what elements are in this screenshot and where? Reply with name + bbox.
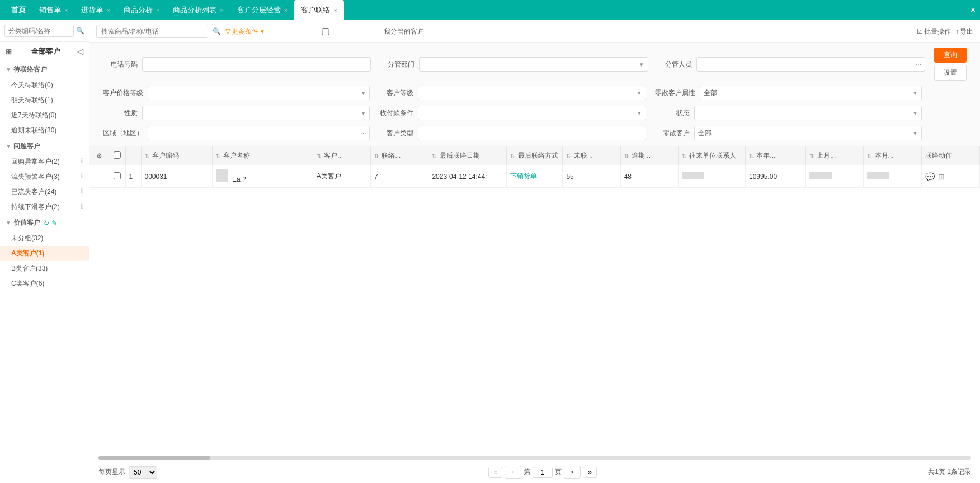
- th-last-month[interactable]: ⇅ 上月...: [805, 146, 863, 165]
- search-button[interactable]: 🔍: [213, 27, 221, 35]
- next-page-button[interactable]: ＞: [564, 466, 581, 479]
- filter-ctrl-customer-type[interactable]: [418, 126, 646, 140]
- sidebar-item-ungrouped[interactable]: 未分组(32): [0, 231, 89, 246]
- sidebar-collapse-icon[interactable]: ◁: [77, 47, 83, 56]
- sort-icon-code[interactable]: ⇅: [145, 153, 149, 159]
- sort-icon-last-method[interactable]: ⇅: [510, 153, 515, 159]
- th-last-contact-date[interactable]: ⇅ 最后联络日期: [428, 146, 507, 165]
- batch-operation-button[interactable]: ☑ 批量操作: [917, 27, 951, 36]
- sidebar-item-repurchase-abnormal[interactable]: 回购异常客户(2) ℹ: [0, 154, 89, 169]
- filter-ctrl-customer-grade[interactable]: ▼: [418, 86, 646, 100]
- section-pending-contact[interactable]: ▼ 待联络客户: [0, 61, 89, 78]
- th-overdue[interactable]: ⇅ 逾期...: [620, 146, 678, 165]
- set-button[interactable]: 设置: [934, 65, 967, 81]
- th-this-year[interactable]: ⇅ 本年...: [746, 146, 806, 165]
- th-no-contact[interactable]: ⇅ 未联...: [563, 146, 620, 165]
- sidebar-item-overdue-pending[interactable]: 逾期未联络(30): [0, 123, 89, 138]
- scrollbar-thumb[interactable]: [98, 456, 210, 460]
- edit-icon[interactable]: ✎: [51, 219, 57, 227]
- filter-ctrl-price-grade[interactable]: ▼: [148, 86, 370, 100]
- th-customer-code[interactable]: ⇅ 客户编码: [141, 146, 212, 165]
- sort-icon-history[interactable]: ⇅: [682, 153, 686, 159]
- sort-icon-last-date[interactable]: ⇅: [432, 153, 436, 159]
- home-tab[interactable]: 首页: [4, 0, 32, 20]
- sort-icon-last-month[interactable]: ⇅: [809, 153, 814, 159]
- qr-action-icon[interactable]: ⊞: [938, 172, 945, 181]
- close-product-analysis[interactable]: ×: [156, 7, 159, 13]
- search-input[interactable]: [96, 25, 208, 38]
- section-value-customers[interactable]: ▼ 价值客户 ↻ ✎: [0, 215, 89, 231]
- last-contact-method-link[interactable]: 下销货单: [510, 172, 537, 180]
- close-all-button[interactable]: ×: [970, 5, 976, 15]
- sidebar-search-icon[interactable]: 🔍: [76, 27, 84, 35]
- sort-icon-this-month[interactable]: ⇅: [867, 153, 871, 159]
- sidebar-item-declining[interactable]: 持续下滑客户(2) ℹ: [0, 200, 89, 215]
- sort-icon-type[interactable]: ⇅: [317, 153, 321, 159]
- th-contact-count[interactable]: ⇅ 联络...: [371, 146, 428, 165]
- filter-label-payment: 收付款条件: [379, 108, 418, 118]
- sort-icon-no-contact[interactable]: ⇅: [566, 153, 571, 159]
- prev-page-button[interactable]: ＜: [505, 466, 521, 479]
- tab-product-analysis-list[interactable]: 商品分析列表 ×: [166, 0, 230, 20]
- refresh-icon[interactable]: ↻: [44, 219, 49, 227]
- filter-ctrl-dept[interactable]: ▼: [419, 57, 648, 72]
- sort-icon-overdue[interactable]: ⇅: [624, 153, 629, 159]
- query-button[interactable]: 查询: [934, 48, 967, 63]
- filter-ctrl-status[interactable]: ▼: [694, 106, 922, 120]
- tab-sales-order[interactable]: 销售单 ×: [32, 0, 74, 20]
- sidebar-item-a-class[interactable]: A类客户(1): [0, 246, 89, 261]
- filter-ctrl-nature[interactable]: ▼: [142, 106, 370, 120]
- th-this-month[interactable]: ⇅ 本月...: [864, 146, 921, 165]
- sidebar-all-customers-header[interactable]: ⊞ 全部客户 ◁: [0, 42, 89, 61]
- my-customers-checkbox-label[interactable]: 我分管的客户: [270, 27, 424, 36]
- sidebar-item-b-class[interactable]: B类客户(33): [0, 261, 89, 276]
- filter-ctrl-manager[interactable]: ···: [696, 57, 925, 72]
- filter-ctrl-retail-customer[interactable]: 全部 ▼: [694, 126, 922, 140]
- th-checkbox[interactable]: [110, 146, 125, 165]
- close-customer-stratification[interactable]: ×: [284, 7, 288, 13]
- section-problem-customers[interactable]: ▼ 问题客户: [0, 138, 89, 154]
- close-purchase-order[interactable]: ×: [106, 7, 110, 13]
- filter-ctrl-region[interactable]: ···: [148, 126, 370, 140]
- tab-customer-contact[interactable]: 客户联络 ×: [294, 0, 343, 20]
- th-history-contact[interactable]: ⇅ 往来单位联系人: [679, 146, 746, 165]
- page-number-input[interactable]: [533, 467, 553, 478]
- tab-customer-stratification[interactable]: 客户分层经营 ×: [230, 0, 294, 20]
- sidebar-item-c-class[interactable]: C类客户(6): [0, 276, 89, 291]
- tab-product-analysis[interactable]: 商品分析 ×: [117, 0, 166, 20]
- scrollbar-track[interactable]: [98, 456, 971, 460]
- filter-ctrl-phone[interactable]: [142, 57, 371, 72]
- horizontal-scrollbar[interactable]: [89, 454, 980, 461]
- tab-purchase-order[interactable]: 进货单 ×: [74, 0, 116, 20]
- export-button[interactable]: ↑ 导出: [955, 27, 973, 36]
- sidebar-item-churn-warning[interactable]: 流失预警客户(3) ℹ: [0, 169, 89, 184]
- filter-ctrl-retail-attr[interactable]: 全部 ▼: [700, 86, 922, 100]
- sidebar-item-churned[interactable]: 已流失客户(24) ℹ: [0, 184, 89, 200]
- sidebar-item-week-pending[interactable]: 近7天待联络(0): [0, 108, 89, 123]
- sort-icon-year[interactable]: ⇅: [749, 153, 753, 159]
- td-last-contact-method[interactable]: 下销货单: [507, 165, 563, 188]
- th-last-contact-method[interactable]: ⇅ 最后联络方式: [507, 146, 563, 165]
- more-filter-button[interactable]: ▽ 更多条件 ▼: [225, 27, 265, 36]
- sort-icon-name[interactable]: ⇅: [216, 153, 220, 159]
- filter-ctrl-payment[interactable]: ▼: [418, 106, 646, 120]
- sidebar-search-input[interactable]: [4, 25, 74, 37]
- page-size-select[interactable]: 50 100 200: [129, 466, 157, 479]
- close-customer-contact[interactable]: ×: [333, 7, 337, 13]
- th-settings[interactable]: ⚙: [89, 146, 110, 165]
- row-checkbox[interactable]: [114, 172, 121, 179]
- close-product-analysis-list[interactable]: ×: [220, 7, 223, 13]
- my-customers-checkbox[interactable]: [270, 28, 381, 35]
- td-checkbox[interactable]: [110, 165, 125, 188]
- settings-gear-icon[interactable]: ⚙: [96, 152, 102, 160]
- sidebar-item-tomorrow-pending[interactable]: 明天待联络(1): [0, 93, 89, 108]
- first-page-button[interactable]: «: [488, 467, 502, 478]
- close-sales-order[interactable]: ×: [64, 7, 68, 13]
- sort-icon-contact[interactable]: ⇅: [374, 153, 379, 159]
- th-customer-type[interactable]: ⇅ 客户...: [313, 146, 370, 165]
- message-action-icon[interactable]: 💬: [925, 172, 935, 181]
- last-page-button[interactable]: »: [583, 467, 597, 478]
- th-customer-name[interactable]: ⇅ 客户名称: [212, 146, 313, 165]
- select-all-checkbox[interactable]: [114, 151, 121, 159]
- sidebar-item-today-pending[interactable]: 今天待联络(0): [0, 78, 89, 93]
